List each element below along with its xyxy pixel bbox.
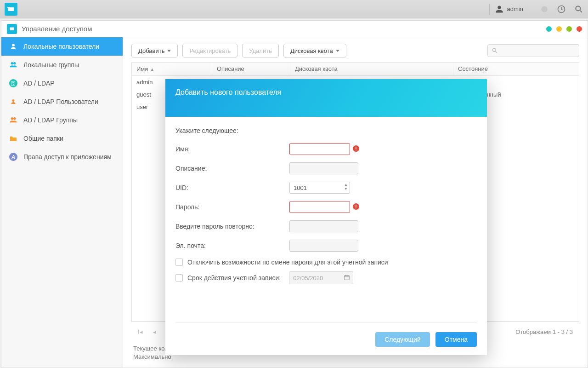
checkbox-label: Отключить возможности по смене пароля дл…: [187, 259, 388, 266]
user-icon: [9, 98, 18, 105]
svg-point-2: [541, 6, 548, 12]
label-uid: UID:: [175, 184, 289, 191]
search-input[interactable]: [487, 44, 579, 57]
chevron-down-icon: [336, 50, 339, 52]
window-close-button[interactable]: [577, 26, 582, 32]
svg-point-8: [13, 62, 16, 64]
password-input[interactable]: [289, 201, 350, 213]
column-description[interactable]: Описание: [212, 63, 290, 75]
column-quota[interactable]: Дисковая квота: [290, 63, 453, 75]
user-icon: [495, 5, 503, 13]
key-icon: ⚿: [9, 79, 18, 87]
svg-point-10: [11, 117, 13, 120]
user-menu[interactable]: admin: [495, 5, 523, 13]
svg-point-11: [13, 117, 16, 120]
svg-point-4: [576, 6, 580, 11]
label-password: Пароль:: [175, 203, 289, 211]
step-up-icon[interactable]: ▲: [344, 183, 348, 187]
disk-quota-button[interactable]: Дисковая квота: [283, 44, 346, 58]
email-input[interactable]: [289, 240, 358, 252]
sidebar: Локальные пользователи Локальные группы …: [1, 37, 123, 368]
delete-button[interactable]: Удалить: [242, 44, 279, 58]
pager-status: Отображаем 1 - 3 / 3: [515, 328, 573, 335]
expiry-date-input[interactable]: 02/05/2020: [289, 271, 353, 284]
add-user-modal: Добавить нового пользователя Укажите сле…: [165, 79, 487, 355]
svg-rect-1: [7, 7, 10, 8]
username-label: admin: [507, 6, 523, 12]
column-name[interactable]: Имя ▲: [132, 63, 212, 75]
prev-page-button[interactable]: ◂: [153, 328, 156, 335]
sidebar-item-label: AD / LDAP Пользователи: [23, 98, 98, 105]
window-title: Управление доступом: [22, 25, 92, 33]
sidebar-item-label: AD / LDAP: [23, 80, 55, 87]
search-icon[interactable]: [574, 5, 583, 14]
modal-title: Добавить нового пользователя: [165, 79, 487, 117]
window-minimize-button[interactable]: [546, 26, 552, 32]
toolbar: Добавить Редактировать Удалить Дисковая …: [131, 44, 579, 58]
sidebar-item-local-users[interactable]: Локальные пользователи: [1, 37, 123, 56]
notification-icon[interactable]: [540, 5, 548, 13]
window-icon: [7, 24, 17, 34]
user-icon: [9, 43, 18, 50]
step-down-icon[interactable]: ▼: [344, 187, 348, 191]
error-icon: !: [353, 203, 359, 210]
modal-intro: Укажите следующее:: [175, 127, 477, 134]
svg-point-6: [12, 44, 15, 46]
sidebar-item-ad-users[interactable]: AD / LDAP Пользователи: [1, 92, 123, 111]
sidebar-item-app-permissions[interactable]: A Права доступ к приложениям: [1, 148, 123, 166]
chevron-down-icon: [167, 50, 171, 52]
window-maximize-button[interactable]: [556, 26, 562, 32]
group-icon: [9, 61, 18, 69]
table-header: Имя ▲ Описание Дисковая квота Состояние: [131, 62, 579, 76]
label-description: Описание:: [175, 165, 289, 172]
svg-rect-13: [345, 276, 350, 280]
cancel-button[interactable]: Отмена: [435, 332, 477, 347]
column-state[interactable]: Состояние: [453, 63, 579, 75]
uid-stepper[interactable]: 1001▲▼: [289, 182, 350, 194]
window-restore-button[interactable]: [566, 26, 572, 32]
svg-point-9: [12, 99, 15, 102]
window-titlebar: Управление доступом: [1, 21, 588, 37]
sidebar-item-label: Локальные группы: [23, 61, 79, 69]
description-input[interactable]: [289, 162, 358, 174]
dashboard-icon[interactable]: [557, 5, 566, 14]
label-email: Эл. почта:: [175, 242, 289, 249]
sort-asc-icon: ▲: [150, 67, 154, 72]
password-confirm-input[interactable]: [289, 220, 358, 232]
system-topbar: admin: [0, 0, 588, 18]
name-input[interactable]: [289, 143, 350, 155]
error-icon: !: [353, 145, 359, 152]
svg-point-7: [11, 62, 13, 64]
checkbox-label: Срок действия учетной записи:: [187, 274, 281, 282]
sidebar-item-label: AD / LDAP Группы: [23, 116, 78, 124]
app-launcher-icon[interactable]: [5, 3, 17, 16]
first-page-button[interactable]: I◂: [138, 328, 143, 335]
folder-icon: [9, 135, 18, 142]
sidebar-item-local-groups[interactable]: Локальные группы: [1, 56, 123, 74]
sidebar-item-label: Права доступ к приложениям: [23, 153, 112, 161]
apps-icon: A: [9, 153, 18, 161]
sidebar-item-ad-groups[interactable]: AD / LDAP Группы: [1, 111, 123, 129]
label-password-confirm: Введите пароль повторно:: [175, 223, 289, 230]
disable-password-change-checkbox[interactable]: [175, 259, 183, 266]
next-button[interactable]: Следующий: [375, 332, 430, 347]
add-button[interactable]: Добавить: [131, 44, 178, 58]
label-name: Имя:: [175, 145, 289, 153]
account-expiry-checkbox[interactable]: [175, 274, 183, 282]
search-icon: [492, 47, 498, 54]
svg-rect-5: [10, 28, 14, 30]
sidebar-item-ad-ldap[interactable]: ⚿ AD / LDAP: [1, 74, 123, 92]
sidebar-item-label: Локальные пользователи: [23, 43, 99, 50]
group-icon: [9, 116, 18, 124]
sidebar-item-shared-folders[interactable]: Общие папки: [1, 129, 123, 148]
sidebar-item-label: Общие папки: [23, 135, 63, 142]
svg-point-12: [492, 48, 496, 52]
calendar-icon: [344, 274, 350, 281]
edit-button[interactable]: Редактировать: [182, 44, 237, 58]
